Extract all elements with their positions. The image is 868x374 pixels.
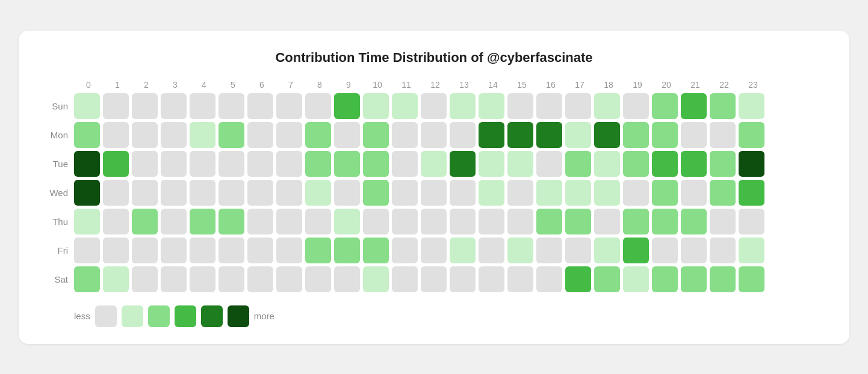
hour-label: 21 <box>681 80 710 90</box>
heatmap-cell <box>450 266 476 292</box>
hour-label: 13 <box>450 80 479 90</box>
heatmap-cell <box>421 122 447 148</box>
heatmap-cell <box>421 209 447 235</box>
hour-label: 8 <box>305 80 334 90</box>
heatmap-cell <box>565 209 591 235</box>
day-label: Thu <box>43 216 74 227</box>
heatmap-cell <box>103 209 129 235</box>
heatmap-cell <box>103 93 129 119</box>
heatmap-cell <box>450 122 476 148</box>
heatmap-cell <box>219 122 244 148</box>
heatmap-cell <box>219 151 244 177</box>
heatmap-cell <box>594 151 620 177</box>
heatmap-cell <box>623 122 649 148</box>
heatmap-cell <box>103 238 129 263</box>
hour-label: 20 <box>652 80 681 90</box>
heatmap-cell <box>739 122 764 148</box>
heatmap-cell <box>710 266 736 292</box>
heatmap-cell <box>536 266 562 292</box>
heatmap-cell <box>507 209 533 235</box>
heatmap-cell <box>74 266 100 292</box>
heatmap-cell <box>710 180 736 206</box>
heatmap-cell <box>739 180 764 206</box>
heatmap-cell <box>305 238 331 263</box>
heatmap-cell <box>565 122 591 148</box>
hour-label: 0 <box>74 80 103 90</box>
day-label: Sat <box>43 274 74 284</box>
heatmap-cell <box>450 151 476 177</box>
heatmap-cell <box>219 180 244 206</box>
heatmap-cell <box>479 266 504 292</box>
heatmap-cell <box>103 122 129 148</box>
heatmap-cell <box>681 151 707 177</box>
heatmap-cell <box>392 122 418 148</box>
grid-row: Mon <box>43 122 825 148</box>
heatmap-cell <box>652 238 678 263</box>
heatmap-cell <box>334 180 360 206</box>
heatmap-cell <box>305 122 331 148</box>
heatmap-cell <box>103 266 129 292</box>
heatmap-cell <box>161 266 187 292</box>
hour-label: 6 <box>247 80 276 90</box>
cells-row <box>74 180 764 206</box>
heatmap-cell <box>479 209 504 235</box>
heatmap-cell <box>334 93 360 119</box>
legend-cell <box>201 305 223 327</box>
grid-row: Fri <box>43 238 825 263</box>
grid-row: Wed <box>43 180 825 206</box>
heatmap-cell <box>421 180 447 206</box>
heatmap-cell <box>681 122 707 148</box>
hour-label: 4 <box>190 80 219 90</box>
heatmap-cell <box>276 122 302 148</box>
grid-rows: SunMonTueWedThuFriSat <box>43 93 825 292</box>
heatmap-cell <box>334 151 360 177</box>
heatmap-cell <box>161 122 187 148</box>
heatmap-cell <box>276 180 302 206</box>
heatmap-cell <box>276 266 302 292</box>
heatmap-cell <box>219 238 244 263</box>
hour-label: 7 <box>276 80 305 90</box>
heatmap-cell <box>507 151 533 177</box>
heatmap-cell <box>190 151 215 177</box>
heatmap-cell <box>247 122 273 148</box>
heatmap-cell <box>536 151 562 177</box>
heatmap-cell <box>363 238 389 263</box>
legend-cell <box>95 305 117 327</box>
legend-less-label: less <box>74 311 90 321</box>
heatmap-cell <box>161 180 187 206</box>
heatmap-cell <box>190 238 215 263</box>
heatmap-cell <box>507 238 533 263</box>
legend-cell <box>148 305 170 327</box>
heatmap-cell <box>710 122 736 148</box>
hour-label: 16 <box>536 80 565 90</box>
hour-label: 23 <box>739 80 767 90</box>
heatmap-cell <box>132 93 158 119</box>
heatmap-cell <box>247 266 273 292</box>
heatmap-cell <box>681 93 707 119</box>
heatmap-cell <box>392 180 418 206</box>
heatmap-cell <box>74 209 100 235</box>
heatmap-cell <box>276 238 302 263</box>
heatmap-cell <box>739 209 764 235</box>
chart-area: 01234567891011121314151617181920212223 S… <box>43 80 825 327</box>
heatmap-cell <box>161 93 187 119</box>
hour-label: 12 <box>421 80 450 90</box>
heatmap-cell <box>132 238 158 263</box>
heatmap-cell <box>536 238 562 263</box>
heatmap-cell <box>652 122 678 148</box>
heatmap-cell <box>161 238 187 263</box>
heatmap-cell <box>132 266 158 292</box>
grid-row: Thu <box>43 209 825 235</box>
heatmap-cell <box>247 180 273 206</box>
heatmap-cell <box>334 122 360 148</box>
heatmap-cell <box>536 209 562 235</box>
heatmap-cell <box>103 180 129 206</box>
heatmap-cell <box>392 238 418 263</box>
cells-row <box>74 151 764 177</box>
grid-row: Sat <box>43 266 825 292</box>
hour-label: 9 <box>334 80 363 90</box>
heatmap-cell <box>421 238 447 263</box>
heatmap-cell <box>247 238 273 263</box>
legend-more-label: more <box>254 311 274 321</box>
heatmap-cell <box>305 266 331 292</box>
